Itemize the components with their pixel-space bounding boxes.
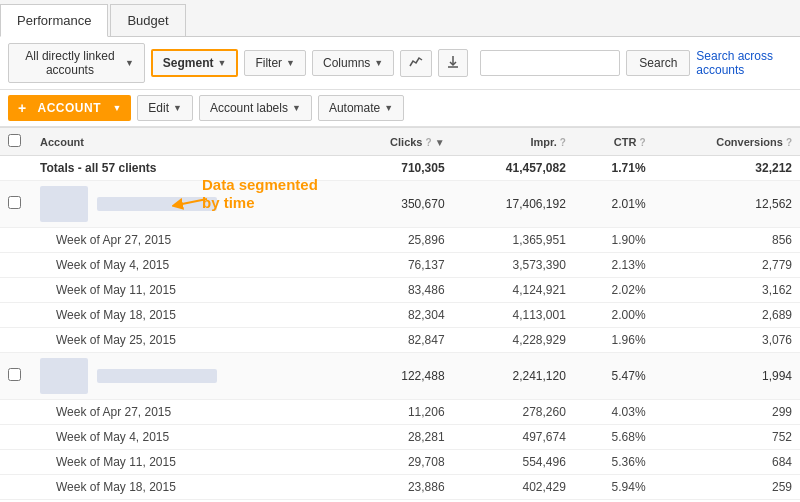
segment-label: Segment: [163, 56, 214, 70]
edit-dropdown-btn[interactable]: Edit ▼: [137, 95, 193, 121]
totals-ctr: 1.71%: [574, 156, 654, 181]
account-2-checkbox[interactable]: [8, 368, 21, 381]
totals-checkbox-cell: [0, 156, 32, 181]
week-label: Week of Apr 27, 2015: [32, 400, 340, 425]
account-1-conversions: 12,562: [654, 181, 800, 228]
week-clicks: 29,708: [340, 450, 452, 475]
chart-icon-btn[interactable]: [400, 50, 432, 77]
week-clicks: 76,137: [340, 253, 452, 278]
week-ctr: 1.90%: [574, 228, 654, 253]
week-conversions: 299: [654, 400, 800, 425]
account-1-checkbox[interactable]: [8, 196, 21, 209]
totals-impr: 41,457,082: [453, 156, 574, 181]
search-input[interactable]: [480, 50, 620, 76]
totals-conversions: 32,212: [654, 156, 800, 181]
week-row: Week of Apr 27, 2015 25,896 1,365,951 1.…: [0, 228, 800, 253]
edit-caret: ▼: [173, 103, 182, 113]
automate-dropdown-btn[interactable]: Automate ▼: [318, 95, 404, 121]
week-row: Week of May 11, 2015 83,486 4,124,921 2.…: [0, 278, 800, 303]
account-2-name-text: [97, 369, 217, 383]
week-impr: 4,113,001: [453, 303, 574, 328]
segment-dropdown-btn[interactable]: Segment ▼: [151, 49, 239, 77]
week-clicks: 82,847: [340, 328, 452, 353]
account-2-ctr: 5.47%: [574, 353, 654, 400]
account-header: Account: [32, 128, 340, 156]
week-conversions: 3,076: [654, 328, 800, 353]
week-ctr: 2.00%: [574, 303, 654, 328]
conversions-help-icon[interactable]: ?: [786, 137, 792, 148]
week-clicks: 25,896: [340, 228, 452, 253]
week-clicks: 83,486: [340, 278, 452, 303]
week-label: Week of May 18, 2015: [32, 475, 340, 500]
week-label: Week of Apr 27, 2015: [32, 228, 340, 253]
filter-label: Filter: [255, 56, 282, 70]
week-conversions: 752: [654, 425, 800, 450]
week-checkbox-cell: [0, 450, 32, 475]
account-1-checkbox-cell[interactable]: [0, 181, 32, 228]
automate-caret: ▼: [384, 103, 393, 113]
tab-budget[interactable]: Budget: [110, 4, 185, 36]
account-labels-caret: ▼: [292, 103, 301, 113]
week-conversions: 2,779: [654, 253, 800, 278]
account-1-impr: 17,406,192: [453, 181, 574, 228]
account-labels-label: Account labels: [210, 101, 288, 115]
clicks-sort-icon[interactable]: ▼: [435, 137, 445, 148]
account-1-name: Data segmented by time: [32, 181, 340, 228]
week-impr: 4,228,929: [453, 328, 574, 353]
week-clicks: 11,206: [340, 400, 452, 425]
week-impr: 278,260: [453, 400, 574, 425]
week-conversions: 2,689: [654, 303, 800, 328]
annotation-text: Data segmented by time: [202, 176, 318, 212]
week-label: Week of May 11, 2015: [32, 450, 340, 475]
account-2-impr: 2,241,120: [453, 353, 574, 400]
columns-label: Columns: [323, 56, 370, 70]
week-conversions: 856: [654, 228, 800, 253]
week-checkbox-cell: [0, 278, 32, 303]
search-across-link[interactable]: Search across accounts: [696, 49, 792, 77]
week-label: Week of May 11, 2015: [32, 278, 340, 303]
week-ctr: 5.68%: [574, 425, 654, 450]
clicks-help-icon[interactable]: ?: [426, 137, 432, 148]
totals-clicks: 710,305: [340, 156, 452, 181]
week-clicks: 23,886: [340, 475, 452, 500]
accounts-dropdown-btn[interactable]: All directly linked accounts ▼: [8, 43, 145, 83]
week-checkbox-cell: [0, 303, 32, 328]
week-label: Week of May 18, 2015: [32, 303, 340, 328]
week-row: Week of May 4, 2015 76,137 3,573,390 2.1…: [0, 253, 800, 278]
week-ctr: 5.94%: [574, 475, 654, 500]
account-labels-dropdown-btn[interactable]: Account labels ▼: [199, 95, 312, 121]
week-checkbox-cell: [0, 228, 32, 253]
account-btn[interactable]: + ACCOUNT ▼: [8, 95, 131, 121]
select-all-checkbox[interactable]: [8, 134, 21, 147]
automate-label: Automate: [329, 101, 380, 115]
week-label: Week of May 4, 2015: [32, 425, 340, 450]
week-row: Week of May 11, 2015 29,708 554,496 5.36…: [0, 450, 800, 475]
week-clicks: 82,304: [340, 303, 452, 328]
columns-caret: ▼: [374, 58, 383, 68]
account-1-logo: [40, 186, 88, 222]
accounts-dropdown-caret: ▼: [125, 58, 134, 68]
select-all-header: [0, 128, 32, 156]
clicks-header: Clicks ? ▼: [340, 128, 452, 156]
columns-dropdown-btn[interactable]: Columns ▼: [312, 50, 394, 76]
impr-help-icon[interactable]: ?: [560, 137, 566, 148]
download-icon-btn[interactable]: [438, 49, 468, 77]
tab-performance[interactable]: Performance: [0, 4, 108, 37]
week-checkbox-cell: [0, 475, 32, 500]
filter-caret: ▼: [286, 58, 295, 68]
week-checkbox-cell: [0, 425, 32, 450]
week-row: Week of May 18, 2015 23,886 402,429 5.94…: [0, 475, 800, 500]
ctr-help-icon[interactable]: ?: [640, 137, 646, 148]
account-1-clicks: 350,670: [340, 181, 452, 228]
account-2-conversions: 1,994: [654, 353, 800, 400]
week-row: Week of May 25, 2015 82,847 4,228,929 1.…: [0, 328, 800, 353]
week-impr: 4,124,921: [453, 278, 574, 303]
filter-dropdown-btn[interactable]: Filter ▼: [244, 50, 306, 76]
svg-line-2: [177, 199, 207, 205]
account-2-checkbox-cell[interactable]: [0, 353, 32, 400]
week-ctr: 4.03%: [574, 400, 654, 425]
week-label: Week of May 25, 2015: [32, 328, 340, 353]
account-2-name: [32, 353, 340, 400]
week-ctr: 1.96%: [574, 328, 654, 353]
search-btn[interactable]: Search: [626, 50, 690, 76]
